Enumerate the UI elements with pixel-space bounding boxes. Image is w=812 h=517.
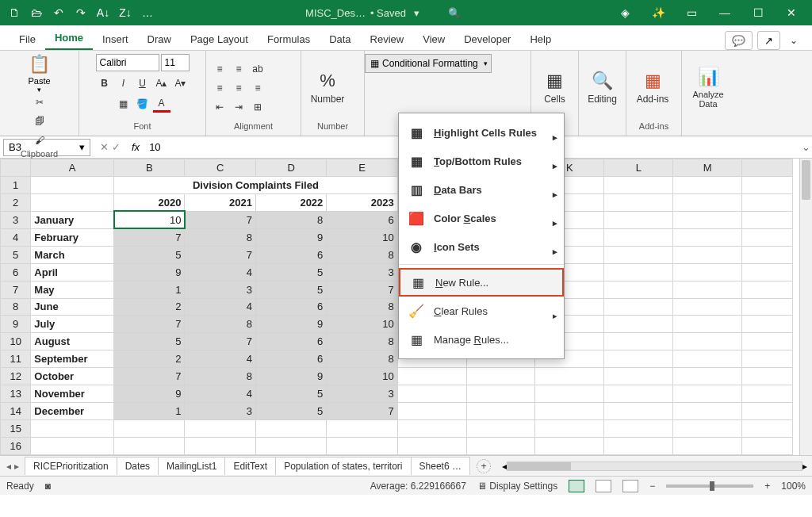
border-icon[interactable]: ▦: [115, 95, 132, 113]
data-cell[interactable]: 7: [114, 368, 185, 385]
cut-icon[interactable]: ✂: [31, 94, 48, 111]
data-cell[interactable]: 7: [327, 281, 397, 298]
tab-file[interactable]: File: [10, 29, 45, 50]
undo-icon[interactable]: ↶: [49, 3, 68, 22]
magic-icon[interactable]: ✨: [642, 3, 674, 22]
macro-recorder-icon[interactable]: ◙: [45, 481, 51, 492]
col-header[interactable]: C: [185, 159, 255, 177]
diamond-icon[interactable]: ◈: [609, 3, 641, 22]
data-cell[interactable]: 1: [114, 281, 185, 298]
vertical-scrollbar[interactable]: [799, 159, 812, 455]
data-cell[interactable]: 5: [114, 333, 185, 350]
sheet-tab[interactable]: Population of states, territori: [275, 457, 411, 475]
data-cell[interactable]: 8: [185, 368, 255, 385]
data-cell[interactable]: 3: [327, 385, 397, 403]
sort-desc-icon[interactable]: Z↓: [116, 3, 135, 22]
align-top-icon[interactable]: ≡: [211, 60, 228, 78]
zoom-slider[interactable]: [666, 484, 753, 488]
tab-developer[interactable]: Developer: [454, 29, 520, 50]
share-button[interactable]: ↗: [757, 31, 780, 50]
copy-icon[interactable]: 🗐: [31, 113, 48, 130]
indent-right-icon[interactable]: ⇥: [230, 98, 247, 116]
tab-draw[interactable]: Draw: [138, 29, 181, 50]
col-header[interactable]: B: [114, 159, 185, 177]
data-cell[interactable]: 10: [327, 228, 397, 246]
data-cell[interactable]: 4: [185, 350, 255, 368]
data-cell[interactable]: 9: [255, 228, 326, 246]
add-sheet-button[interactable]: +: [477, 459, 491, 473]
data-cell[interactable]: 7: [114, 316, 185, 333]
page-break-view-button[interactable]: [622, 480, 638, 492]
data-cell[interactable]: 7: [185, 246, 255, 263]
tab-pagelayout[interactable]: Page Layout: [181, 29, 258, 50]
col-header[interactable]: D: [255, 159, 326, 177]
bold-button[interactable]: B: [96, 75, 113, 92]
align-left-icon[interactable]: ≡: [211, 79, 228, 97]
sheet-tab[interactable]: Sheet6 …: [411, 457, 470, 475]
data-cell[interactable]: 7: [185, 211, 255, 228]
menu-top-bottom-rules[interactable]: ▦Top/Bottom Rules: [399, 147, 564, 175]
data-cell[interactable]: 9: [114, 385, 185, 403]
cells-button[interactable]: ▦Cells: [536, 58, 573, 118]
menu-highlight-cells-rules[interactable]: ▦Highlight Cells Rules: [399, 118, 564, 147]
sort-asc-icon[interactable]: A↓: [94, 3, 113, 22]
align-center-icon[interactable]: ≡: [230, 79, 247, 97]
font-size-select[interactable]: [161, 54, 190, 71]
maximize-button[interactable]: ☐: [742, 3, 774, 22]
tab-view[interactable]: View: [413, 29, 454, 50]
cancel-formula-icon[interactable]: ✕: [100, 141, 109, 153]
col-header[interactable]: M: [673, 159, 742, 177]
data-cell[interactable]: 5: [255, 281, 326, 298]
tab-data[interactable]: Data: [320, 29, 360, 50]
menu-new-rule[interactable]: ▦New Rule...: [399, 268, 564, 297]
close-button[interactable]: ✕: [776, 3, 807, 22]
qat-more-icon[interactable]: …: [138, 3, 157, 22]
data-cell[interactable]: 5: [255, 385, 326, 403]
col-header[interactable]: L: [604, 159, 673, 177]
data-cell[interactable]: 4: [185, 263, 255, 281]
sheet-tab[interactable]: EditText: [224, 457, 276, 475]
tab-help[interactable]: Help: [520, 29, 561, 50]
comments-button[interactable]: 💬: [725, 31, 753, 50]
analyze-data-button[interactable]: 📊Analyze Data: [687, 58, 730, 118]
data-cell[interactable]: 8: [327, 333, 397, 350]
tab-insert[interactable]: Insert: [93, 29, 138, 50]
fx-icon[interactable]: fx: [127, 141, 144, 153]
data-cell[interactable]: 3: [185, 403, 255, 420]
data-cell[interactable]: 8: [327, 350, 397, 368]
data-cell[interactable]: 7: [185, 333, 255, 350]
zoom-level[interactable]: 100%: [781, 481, 806, 492]
row-header[interactable]: 1: [1, 176, 31, 193]
data-cell[interactable]: 6: [255, 333, 326, 350]
addins-button[interactable]: ▦Add-ins: [631, 58, 674, 118]
number-format-button[interactable]: %Number: [306, 58, 349, 118]
data-cell[interactable]: 4: [185, 385, 255, 403]
data-cell[interactable]: 8: [255, 211, 326, 228]
font-color-icon[interactable]: A: [153, 95, 170, 113]
data-cell[interactable]: 5: [255, 263, 326, 281]
italic-button[interactable]: I: [115, 75, 132, 92]
data-cell[interactable]: 9: [114, 263, 185, 281]
shrink-font-icon[interactable]: A▾: [172, 75, 190, 92]
align-middle-icon[interactable]: ≡: [230, 60, 247, 78]
data-cell[interactable]: 3: [327, 263, 397, 281]
next-sheet-icon[interactable]: ▸: [14, 461, 19, 472]
menu-color-scales[interactable]: 🟥Color Scales: [399, 204, 564, 232]
save-state[interactable]: • Saved: [370, 7, 406, 19]
tab-home[interactable]: Home: [45, 27, 93, 50]
redo-icon[interactable]: ↷: [71, 3, 90, 22]
data-cell[interactable]: 6: [255, 350, 326, 368]
data-cell[interactable]: 8: [327, 246, 397, 263]
format-painter-icon[interactable]: 🖌: [31, 132, 48, 149]
tab-review[interactable]: Review: [361, 29, 414, 50]
merge-icon[interactable]: ⊞: [249, 98, 266, 116]
minimize-button[interactable]: —: [709, 3, 741, 22]
page-layout-view-button[interactable]: [596, 480, 611, 492]
sheet-tab[interactable]: MailingList1: [158, 457, 225, 475]
data-cell[interactable]: 8: [185, 316, 255, 333]
col-header[interactable]: [742, 159, 793, 177]
col-header[interactable]: A: [31, 159, 114, 177]
normal-view-button[interactable]: [569, 480, 584, 492]
menu-manage-rules[interactable]: ▦Manage Rules...: [399, 325, 564, 354]
zoom-in-button[interactable]: +: [764, 481, 770, 492]
